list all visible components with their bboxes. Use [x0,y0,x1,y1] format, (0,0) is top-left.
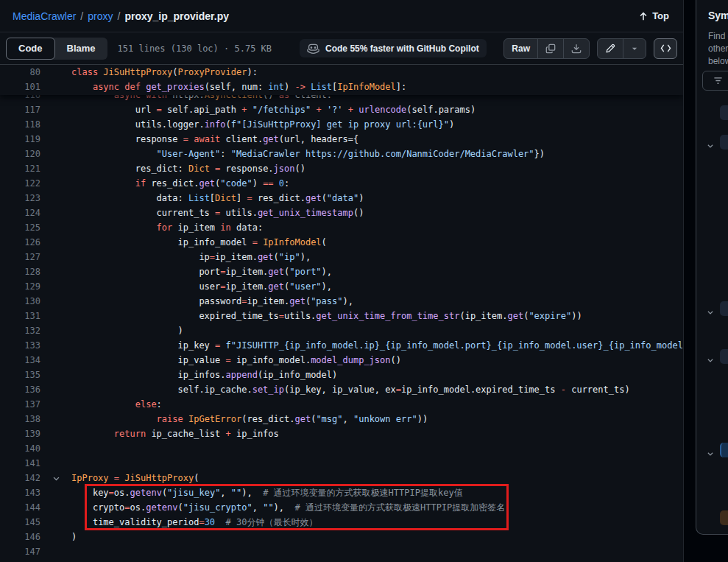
symbol-chip[interactable] [720,443,728,457]
tab-code[interactable]: Code [6,38,55,60]
chevron-down-icon[interactable] [707,309,714,316]
code-text: ) [71,532,77,542]
symbol-chip[interactable] [720,105,728,120]
edit-group [597,38,646,59]
code-line-118: 118 utils.logger.info(f"[JiSuHttpProxy] … [0,117,683,132]
chevron-down-icon[interactable] [707,356,714,364]
line-number[interactable]: 138 [0,414,40,424]
code-line-128: 128 port=ip_item.get("port"), [0,264,683,279]
line-number[interactable]: 129 [0,281,40,292]
code-lines: 116 async with httpx.AsyncClient() as cl… [0,65,683,559]
symbol-list-item [696,349,728,365]
line-number[interactable]: 136 [0,384,40,395]
line-number[interactable]: 119 [0,134,40,144]
copilot-banner[interactable]: Code 55% faster with GitHub Copilot [300,39,487,57]
code-line-126: 126 ip_info_model = IpInfoModel( [0,235,683,250]
filter-icon [713,77,723,85]
code-symbols-icon [660,43,671,53]
code-line-141: 141 [0,456,683,471]
code-line-135: 135 ip_infos.append(ip_info_model) [0,368,683,382]
copilot-banner-text: Code 55% faster with GitHub Copilot [325,43,479,54]
chevron-down-icon[interactable] [707,142,714,150]
line-number[interactable]: 141 [0,458,40,468]
breadcrumb: MediaCrawler / proxy / proxy_ip_provider… [0,0,683,32]
download-button[interactable] [564,39,589,58]
copy-button[interactable] [538,39,564,58]
code-text: IpProxy = JiSuHttpProxy( [71,473,199,483]
line-number[interactable]: 121 [0,164,40,174]
line-number[interactable]: 117 [0,105,40,115]
download-icon [571,43,582,54]
code-text: for ip_item in data: [71,222,263,233]
line-number[interactable]: 125 [0,222,40,233]
collapse-chevron-icon[interactable] [52,474,60,482]
line-number[interactable]: 122 [0,178,40,189]
symbols-panel-toggle-button[interactable] [654,38,677,59]
symbol-chip[interactable] [720,301,728,316]
code-line-124: 124 current_ts = utils.get_unix_timestam… [0,206,683,220]
line-number[interactable]: 124 [0,208,40,218]
code-text: ip=ip_item.get("ip"), [71,252,311,262]
line-number[interactable]: 134 [0,355,40,365]
line-number[interactable]: 123 [0,193,40,203]
code-line-142: 142IpProxy = JiSuHttpProxy( [0,471,683,485]
breadcrumb-repo-link[interactable]: MediaCrawler [13,10,76,22]
code-line-125: 125 for ip_item in data: [0,220,683,235]
code-line-146: 146) [0,530,683,544]
symbols-panel: Symbols Find definitions and references … [696,0,728,535]
toolbar-actions: Raw [503,38,677,59]
raw-button[interactable]: Raw [504,39,538,58]
line-number[interactable]: 132 [0,326,40,336]
symbol-chip[interactable] [720,510,728,525]
line-number[interactable]: 140 [0,443,40,454]
copilot-icon [307,43,319,54]
code-text: async def get_proxies(self, num: int) ->… [71,82,406,92]
code-text: "User-Agent": "MediaCrawler https://gith… [71,149,545,159]
line-number[interactable]: 126 [0,237,40,247]
line-number[interactable]: 147 [0,547,40,557]
code-line-139: 139 return ip_cache_list + ip_infos [0,426,683,441]
code-text: ) [71,326,183,336]
symbol-list-item [696,301,728,317]
symbol-chip[interactable] [720,135,728,150]
line-number[interactable]: 144 [0,502,40,513]
line-number[interactable]: 135 [0,370,40,380]
line-number[interactable]: 120 [0,149,40,159]
code-text: ip_key = f"JISUHTTP_{ip_info_model.ip}_{… [71,340,683,351]
line-number[interactable]: 137 [0,399,40,410]
symbol-chip[interactable] [720,349,728,364]
line-number[interactable]: 80 [0,67,40,77]
line-number[interactable]: 127 [0,252,40,262]
code-text: url = self.api_path + "/fetchips" + '?' … [71,105,476,115]
line-number[interactable]: 145 [0,517,40,527]
code-text: crypto=os.getenv("jisu_crypto", ""), # 通… [71,502,505,514]
chevron-down-icon [631,45,638,52]
line-number[interactable]: 130 [0,296,40,306]
code-text: password=ip_item.get("pass"), [71,296,353,306]
line-number[interactable]: 131 [0,311,40,321]
line-number[interactable]: 146 [0,532,40,542]
back-to-top-button[interactable]: Top [638,10,669,21]
edit-button[interactable] [598,39,623,58]
code-line-136: 136 self.ip_cache.set_ip(ip_key, ip_valu… [0,382,683,397]
line-number[interactable]: 143 [0,488,40,498]
breadcrumb-folder-link[interactable]: proxy [88,10,113,22]
code-line-138: 138 raise IpGetError(res_dict.get("msg",… [0,412,683,426]
line-number[interactable]: 118 [0,119,40,130]
code-blame-switch: Code Blame [6,38,107,60]
symbols-panel-description: Find definitions and references for func… [708,30,728,68]
edit-dropdown-button[interactable] [623,39,646,58]
code-text: ip_info_model = IpInfoModel( [71,237,327,247]
line-number[interactable]: 133 [0,340,40,351]
code-text: key=os.getenv("jisu_key", ""), # 通过环境变量的… [71,487,463,499]
line-number[interactable]: 139 [0,429,40,439]
breadcrumb-current-file: proxy_ip_provider.py [124,10,229,22]
code-line-130: 130 password=ip_item.get("pass"), [0,294,683,309]
code-text: user=ip_item.get("user"), [71,281,332,292]
line-number[interactable]: 128 [0,267,40,277]
tab-blame[interactable]: Blame [55,38,107,60]
chevron-down-icon[interactable] [707,450,714,457]
line-number[interactable]: 101 [0,82,40,92]
line-number[interactable]: 142 [0,473,40,483]
symbols-filter-input[interactable] [702,71,728,91]
